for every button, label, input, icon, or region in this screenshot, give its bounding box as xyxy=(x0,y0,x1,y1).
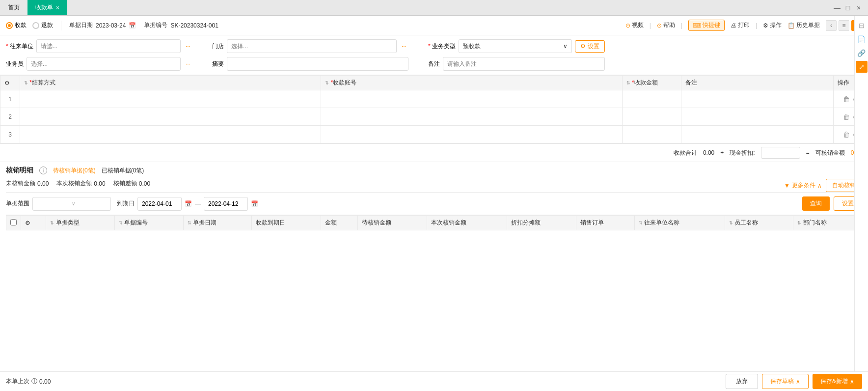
more-conditions-btn[interactable]: ▼ 更多条件 ∧ xyxy=(784,181,822,190)
row-2-delete-btn[interactable]: 🗑 xyxy=(843,113,850,121)
form-section: * 往来单位 ··· 门店 ··· * 业务类型 预收款 ∨ ⚙ 设置 xyxy=(0,35,868,75)
help-btn[interactable]: ⊙ 帮助 xyxy=(657,21,675,29)
biz-type-value: 预收款 xyxy=(463,42,481,51)
date-calendar-icon[interactable]: 📅 xyxy=(129,22,136,29)
biz-type-label: * 业务类型 xyxy=(428,42,456,51)
party-input[interactable] xyxy=(36,39,181,53)
footer-info-value: 0.00 xyxy=(39,378,51,385)
row-3-settle[interactable] xyxy=(20,126,321,143)
filter-icon: ▼ xyxy=(784,182,790,189)
store-input[interactable] xyxy=(227,39,397,53)
sidebar-doc-icon[interactable]: 📄 xyxy=(856,33,868,45)
row-1-account[interactable] xyxy=(321,90,622,108)
staff-field: 业务员 ··· xyxy=(6,57,192,71)
operation-icon: ⚙ xyxy=(763,22,768,29)
radio-refund-dot xyxy=(32,22,39,29)
sidebar-table-icon[interactable]: ⊟ xyxy=(856,20,868,31)
row-2-remark[interactable] xyxy=(681,108,833,126)
row-2-account[interactable] xyxy=(321,108,622,126)
sidebar-expand-icon[interactable]: ⤢ xyxy=(856,61,868,73)
row-1-amount[interactable] xyxy=(622,90,681,108)
due-label: 到期日 xyxy=(117,199,135,208)
unchecked-label: 未核销金额 xyxy=(6,179,35,188)
select-all-checkbox[interactable] xyxy=(10,219,17,225)
row-1-settle[interactable] xyxy=(20,90,321,108)
window-controls: — □ × xyxy=(834,4,868,11)
store-dots-btn[interactable]: ··· xyxy=(400,43,408,50)
row-3-amount[interactable] xyxy=(622,126,681,143)
row-2-settle[interactable] xyxy=(20,108,321,126)
party-dots-btn[interactable]: ··· xyxy=(184,43,192,50)
diff-value: 0.00 xyxy=(139,180,150,187)
row-2-amount[interactable] xyxy=(622,108,681,126)
tab-bar: 首页 收款单 × — □ × xyxy=(0,0,868,16)
calendar-end-icon[interactable]: 📅 xyxy=(251,200,258,207)
setting-button[interactable]: ⚙ 设置 xyxy=(575,40,605,53)
staff-dots-btn[interactable]: ··· xyxy=(184,60,192,67)
th-doc-date: ⇅ 单据日期 xyxy=(183,216,252,230)
tab-home[interactable]: 首页 xyxy=(0,0,27,15)
table-gear-th[interactable]: ⚙ xyxy=(0,76,20,90)
shortcut-btn[interactable]: ⌨ 快捷键 xyxy=(688,20,725,31)
tab-receipt[interactable]: 收款单 × xyxy=(27,0,67,15)
row-3-account[interactable] xyxy=(321,126,622,143)
save-draft-btn[interactable]: 保存草稿 ∧ xyxy=(762,374,809,389)
row-1-delete-btn[interactable]: 🗑 xyxy=(843,95,850,103)
abandon-btn[interactable]: 放弃 xyxy=(726,374,758,389)
close-btn[interactable]: × xyxy=(855,4,862,11)
plus-sign: + xyxy=(720,149,724,156)
th-remark: 备注 xyxy=(681,76,833,90)
staff-input[interactable] xyxy=(27,57,181,71)
recon-section: 核销明细 i 待核销单据(0笔) 已核销单据(0笔) 未核销金额 0.00 本次… xyxy=(0,162,868,234)
print-btn[interactable]: 🖨 打印 xyxy=(731,21,750,29)
current-recon-label: 本次核销金额 xyxy=(56,179,92,188)
footer-info-icon[interactable]: ⓘ xyxy=(31,377,37,386)
shortcut-label: 快捷键 xyxy=(703,21,720,29)
row-3-remark[interactable] xyxy=(681,126,833,143)
range-field: 单据范围 ∨ xyxy=(6,197,111,211)
range-select[interactable]: ∨ xyxy=(32,197,111,211)
date-range-dash: — xyxy=(195,200,201,207)
recon-tab-pending[interactable]: 待核销单据(0笔) xyxy=(53,167,96,175)
history-btn[interactable]: 📋 历史单据 xyxy=(787,21,820,29)
date-start-input[interactable] xyxy=(137,197,182,211)
doc-num-value: SK-20230324-001 xyxy=(170,22,218,29)
total-label: 收款合计 xyxy=(674,149,697,157)
biz-type-select[interactable]: 预收款 ∨ xyxy=(459,39,572,53)
history-icon: 📋 xyxy=(787,22,795,29)
footer: 本单上次 ⓘ 0.00 放弃 保存草稿 ∧ 保存&新增 ∧ xyxy=(0,371,868,391)
view-btn-prev[interactable]: ‹ xyxy=(826,20,837,31)
save-draft-chevron: ∧ xyxy=(796,378,800,385)
row-1-remark[interactable] xyxy=(681,90,833,108)
radio-receipt-label: 收款 xyxy=(15,21,27,29)
minimize-btn[interactable]: — xyxy=(834,4,841,11)
right-sidebar: ⊟ 📄 🔗 ⤢ xyxy=(854,16,868,371)
video-btn[interactable]: ⊙ 视频 xyxy=(625,21,644,29)
row-3-delete-btn[interactable]: 🗑 xyxy=(843,131,850,139)
radio-receipt[interactable]: 收款 xyxy=(6,21,27,29)
filter-btn-group: 查询 设置 xyxy=(802,196,862,211)
remark-input[interactable] xyxy=(443,57,605,71)
discount-input[interactable] xyxy=(761,147,800,159)
divider-1 xyxy=(61,21,61,30)
radio-refund[interactable]: 退款 xyxy=(32,21,53,29)
tab-close-icon[interactable]: × xyxy=(56,4,59,11)
maximize-btn[interactable]: □ xyxy=(844,4,851,11)
memo-input[interactable] xyxy=(227,57,408,71)
sidebar-link-icon[interactable]: 🔗 xyxy=(856,47,868,59)
main-content: 收款 退款 单据日期 2023-03-24 📅 单据编号 SK-20230324… xyxy=(0,16,868,391)
recon-info-icon[interactable]: i xyxy=(39,167,47,174)
operation-btn[interactable]: ⚙ 操作 xyxy=(763,21,782,29)
query-btn[interactable]: 查询 xyxy=(802,196,830,211)
th-gear[interactable]: ⚙ xyxy=(21,216,46,230)
biz-type-chevron: ∨ xyxy=(563,43,568,50)
view-btn-list[interactable]: ≡ xyxy=(839,20,849,31)
form-row-2: 业务员 ··· 摘要 备注 xyxy=(6,57,862,71)
date-end-input[interactable] xyxy=(204,197,248,211)
more-conditions-label: 更多条件 xyxy=(792,181,815,190)
save-new-btn[interactable]: 保存&新增 ∧ xyxy=(813,374,862,389)
calendar-start-icon[interactable]: 📅 xyxy=(185,200,192,207)
recon-tab-done[interactable]: 已核销单据(0笔) xyxy=(102,167,144,175)
tab-receipt-label: 收款单 xyxy=(35,3,53,12)
save-new-label: 保存&新增 xyxy=(820,377,848,386)
